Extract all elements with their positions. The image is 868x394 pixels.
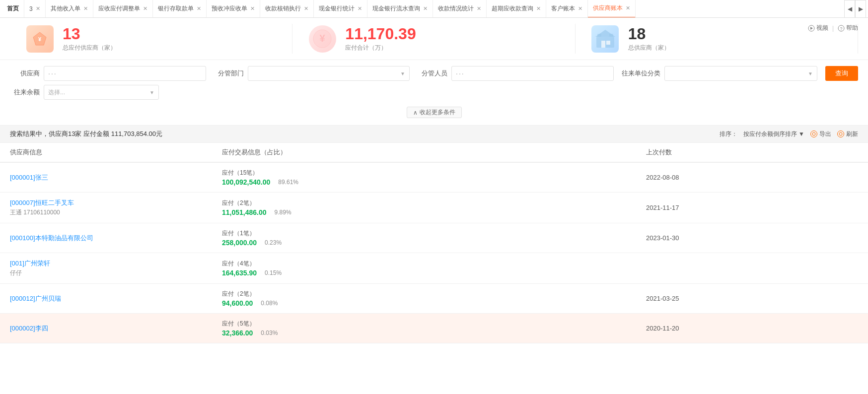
help-icon-svg: ? xyxy=(838,25,845,32)
export-icon xyxy=(810,131,817,137)
tx-cell: 应付（2笔） 11,051,486.00 9.89% xyxy=(222,199,646,216)
balance-input[interactable]: 选择... ▼ xyxy=(44,85,159,100)
tx-cell: 应付（2笔） 94,600.00 0.08% xyxy=(222,290,646,307)
sort-label: 排序： xyxy=(720,130,737,138)
nav-tab-cash-flow-label: 现金银行流水查询 xyxy=(372,4,420,13)
tx-amount[interactable]: 11,051,486.00 xyxy=(222,208,267,216)
nav-tab-home-label: 首页 xyxy=(7,4,19,13)
filter-person-label: 分管人员 xyxy=(418,69,447,78)
stat-block-payable-total: ¥ 11,170.39 应付合计（万） xyxy=(292,24,575,54)
nav-tab-cash-flow-close[interactable]: ✕ xyxy=(423,5,428,12)
sort-value: 按应付余额倒序排序 xyxy=(743,130,797,138)
nav-prev-arrow[interactable]: ◀ xyxy=(844,0,855,18)
supplier-link[interactable]: [000007]恒旺二手叉车 xyxy=(10,199,74,206)
dept-input[interactable]: ▼ xyxy=(248,66,410,81)
nav-tab-advance-close[interactable]: ✕ xyxy=(250,5,255,12)
svg-rect-7 xyxy=(606,41,610,45)
help-label: 帮助 xyxy=(846,24,858,32)
tx-amount[interactable]: 32,366.00 xyxy=(222,329,253,337)
nav-tab-cash-flow[interactable]: 现金银行流水查询 ✕ xyxy=(367,0,433,18)
stat-icon-yen: ¥ xyxy=(307,24,337,54)
nav-tab-collection[interactable]: 收款核销执行 ✕ xyxy=(260,0,314,18)
nav-tab-bank[interactable]: 银行存取款单 ✕ xyxy=(153,0,207,18)
stat-label-payable-total: 应付合计（万） xyxy=(345,44,560,52)
supplier-link[interactable]: [000002]李四 xyxy=(10,325,48,332)
tx-amount[interactable]: 94,600.00 xyxy=(222,299,253,307)
nav-tab-bank-close[interactable]: ✕ xyxy=(197,5,201,12)
tx-row: 应付（1笔） xyxy=(222,229,646,238)
nav-tab-collection-label: 收款核销执行 xyxy=(265,4,301,13)
table-row: [000100]本特勤油品有限公司 应付（1笔） 258,000.00 0.23… xyxy=(0,223,868,253)
refresh-icon xyxy=(837,131,844,137)
tx-amount[interactable]: 164,635.90 xyxy=(222,269,257,277)
supplier-link[interactable]: [000012]广州贝瑞 xyxy=(10,295,61,302)
nav-tab-collection-close[interactable]: ✕ xyxy=(304,5,308,12)
nav-tab-cash-stat[interactable]: 现金银行统计 ✕ xyxy=(314,0,367,18)
supplier-input[interactable]: ··· xyxy=(44,66,206,81)
nav-tab-other-income-label: 其他收入单 xyxy=(51,4,80,13)
yen-icon: ¥ xyxy=(309,25,336,53)
sort-select[interactable]: 按应付余额倒序排序 ▼ xyxy=(743,130,804,138)
nav-tab-overdue-close[interactable]: ✕ xyxy=(536,5,541,12)
nav-tab-3-close[interactable]: ✕ xyxy=(36,5,40,12)
nav-tab-overdue[interactable]: 超期应收款查询 ✕ xyxy=(487,0,546,18)
nav-tab-3[interactable]: 3 ✕ xyxy=(24,0,46,18)
stat-info-payable-total: 11,170.39 应付合计（万） xyxy=(345,26,560,52)
stat-icon-diamond: ¥ xyxy=(25,24,55,54)
nav-tab-collection-stat-label: 收款情况统计 xyxy=(438,4,474,13)
nav-tab-customer-close[interactable]: ✕ xyxy=(578,5,582,12)
nav-tab-adjust[interactable]: 应收应付调整单 ✕ xyxy=(93,0,153,18)
svg-point-14 xyxy=(812,132,815,135)
stat-label-payable-suppliers: 总应付供应商（家） xyxy=(63,44,277,52)
tx-label: 应付（4笔） xyxy=(222,260,255,268)
tx-amount[interactable]: 258,000.00 xyxy=(222,239,257,247)
nav-next-arrow[interactable]: ▶ xyxy=(855,0,866,18)
tx-percent: 0.15% xyxy=(265,269,282,276)
nav-tab-advance[interactable]: 预收冲应收单 ✕ xyxy=(207,0,260,18)
supplier-link[interactable]: [000100]本特勤油品有限公司 xyxy=(10,234,93,242)
svg-point-15 xyxy=(839,132,842,135)
nav-tab-collection-stat-close[interactable]: ✕ xyxy=(477,5,481,12)
stat-icon-shop xyxy=(590,24,620,54)
nav-tab-adjust-close[interactable]: ✕ xyxy=(143,5,147,12)
filter-dept-label: 分管部门 xyxy=(214,69,244,78)
export-button[interactable]: 导出 xyxy=(810,130,831,138)
balance-placeholder: 选择... xyxy=(48,88,65,97)
supplier-cell: [001]广州荣轩 仔仔 xyxy=(10,259,222,277)
tx-amount-row: 32,366.00 0.03% xyxy=(222,329,646,337)
help-link[interactable]: ? 帮助 xyxy=(838,24,858,32)
video-label: 视频 xyxy=(816,24,828,32)
refresh-button[interactable]: 刷新 xyxy=(837,130,858,138)
tx-amount[interactable]: 100,092,540.00 xyxy=(222,178,270,186)
video-link[interactable]: 视频 xyxy=(808,24,828,32)
table-row: [001]广州荣轩 仔仔 应付（4笔） 164,635.90 0.15% xyxy=(0,253,868,284)
supplier-link[interactable]: [001]广州荣轩 xyxy=(10,260,50,267)
nav-tab-cash-stat-label: 现金银行统计 xyxy=(319,4,355,13)
filter-category: 往来单位分类 ▼ xyxy=(622,66,818,81)
nav-tab-other-income[interactable]: 其他收入单 ✕ xyxy=(46,0,93,18)
nav-tab-customer[interactable]: 客户账本 ✕ xyxy=(546,0,588,18)
nav-tab-other-income-close[interactable]: ✕ xyxy=(83,5,88,12)
nav-tab-supplier-close[interactable]: ✕ xyxy=(626,5,630,11)
tx-label: 应付（1笔） xyxy=(222,229,255,238)
collapse-label: 收起更多条件 xyxy=(420,108,455,117)
category-input[interactable]: ▼ xyxy=(664,66,818,81)
supplier-link[interactable]: [000001]张三 xyxy=(10,174,48,181)
nav-tab-home[interactable]: 首页 xyxy=(2,0,24,18)
nav-tab-cash-stat-close[interactable]: ✕ xyxy=(358,5,362,12)
supplier-cell: [000012]广州贝瑞 xyxy=(10,294,222,303)
shop-icon xyxy=(591,25,619,53)
query-button[interactable]: 查询 xyxy=(825,66,858,81)
person-input[interactable]: ··· xyxy=(451,66,614,81)
main-content: 供应商信息 应付交易信息（占比） 上次付数 [000001]张三 应付（15笔）… xyxy=(0,143,868,394)
nav-tab-supplier[interactable]: 供应商账本 ✕ xyxy=(588,0,636,18)
tx-cell: 应付（15笔） 100,092,540.00 89.61% xyxy=(222,169,646,186)
last-pay-cell: 2023-01-30 xyxy=(646,234,858,242)
person-dots: ··· xyxy=(456,69,465,77)
last-pay-cell: 2021-11-17 xyxy=(646,204,858,211)
nav-arrows: ◀ ▶ xyxy=(844,0,866,18)
collapse-button[interactable]: ∧ 收起更多条件 xyxy=(407,107,462,118)
tx-row: 应付（2笔） xyxy=(222,199,646,207)
last-pay-cell: 2021-03-25 xyxy=(646,295,858,302)
nav-tab-collection-stat[interactable]: 收款情况统计 ✕ xyxy=(433,0,487,18)
